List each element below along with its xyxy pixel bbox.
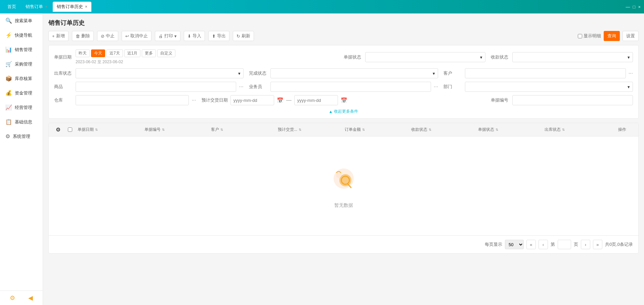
maximize-icon[interactable]: □ [633, 4, 636, 9]
date-btn-5[interactable]: 自定义 [157, 49, 175, 57]
sort-icon-0: ⇅ [95, 128, 98, 131]
th-5[interactable]: 收款状态⇅ [409, 127, 475, 132]
product-input[interactable] [76, 82, 236, 92]
th-3[interactable]: 预计交货...⇅ [275, 127, 342, 132]
th-0[interactable]: 单据日期⇅ [75, 127, 142, 132]
sidebar-item-7[interactable]: 📋基础信息 [0, 115, 43, 129]
th-6[interactable]: 单据状态⇅ [475, 127, 542, 132]
customer-input[interactable] [465, 68, 626, 78]
sidebar-item-1[interactable]: ⚡快捷导航 [0, 28, 43, 42]
complete-select[interactable]: ▾ [270, 68, 438, 78]
salesman-label: 业务员 [249, 84, 268, 90]
query-button[interactable]: 查询 [604, 31, 620, 41]
first-page-btn[interactable]: « [526, 240, 536, 249]
sidebar-item-5[interactable]: 💰资金管理 [0, 86, 43, 100]
table-container: ⚙ 单据日期⇅单据编号⇅客户⇅预计交货...⇅订单金额⇅收款状态⇅单据状态⇅出库… [48, 123, 639, 254]
per-page-select[interactable]: 102050100 [505, 240, 524, 249]
calendar-end-icon[interactable]: 📅 [341, 97, 347, 104]
total-info: 共0页,0条记录 [605, 241, 633, 247]
sidebar-label-2: 销售管理 [15, 47, 32, 53]
sidebar-item-6[interactable]: 📈经营管理 [0, 100, 43, 115]
date-btn-1[interactable]: 今天 [91, 49, 105, 57]
delivery-date-start[interactable] [230, 95, 274, 105]
date-btn-3[interactable]: 近1月 [124, 49, 141, 57]
table-select-all[interactable] [65, 127, 75, 132]
empty-illustration [327, 163, 360, 197]
filter-row-4: 仓库 ··· 预计交货日期 📅 — 📅 单据编号 [54, 95, 633, 105]
receipt-status-filter: 收款状态 ▾ [491, 52, 633, 62]
sidebar-item-2[interactable]: 📊销售管理 [0, 42, 43, 57]
th-label-3: 预计交货... [278, 127, 297, 132]
warehouse-more-icon[interactable]: ··· [191, 97, 196, 103]
tab-2[interactable]: 销售订单历史× [53, 2, 91, 12]
customer-more-icon[interactable]: ··· [629, 70, 633, 76]
th-label-8: 操作 [618, 127, 626, 132]
toolbar-btn-0[interactable]: +新增 [48, 31, 69, 41]
warehouse-label: 仓库 [54, 97, 73, 103]
sidebar-item-8[interactable]: ⚙系统管理 [0, 129, 43, 144]
order-no-input[interactable] [512, 95, 633, 105]
tab-1[interactable]: 销售订单× [22, 2, 51, 12]
warehouse-input[interactable] [76, 95, 189, 105]
sidebar-item-3[interactable]: 🛒采购管理 [0, 57, 43, 71]
salesman-more-icon[interactable]: ··· [434, 84, 438, 90]
toolbar-btn-4[interactable]: 🖨打印▾ [155, 31, 180, 41]
tab-close-1[interactable]: × [45, 4, 47, 9]
collapse-label: 收起更多条件 [334, 109, 358, 114]
display-toggle-checkbox[interactable] [578, 34, 582, 38]
customer-filter: 客户 ··· [443, 68, 633, 78]
sidebar-icon-1: ⚡ [5, 32, 12, 38]
date-btn-0[interactable]: 昨天 [76, 49, 90, 57]
select-all-checkbox[interactable] [68, 127, 72, 132]
filter-row-2: 出库状态 ▾ 完成状态 ▾ 客户 ··· [54, 68, 633, 78]
toolbar-btn-3[interactable]: ↩取消中止 [122, 31, 152, 41]
minimize-icon[interactable]: — [626, 4, 630, 9]
table-settings[interactable]: ⚙ [51, 126, 65, 133]
date-label: 单据日期 [54, 54, 73, 60]
th-1[interactable]: 单据编号⇅ [142, 127, 209, 132]
receipt-status-select[interactable]: ▾ [512, 52, 633, 62]
toolbar-btn-1[interactable]: 🗑删除 [72, 31, 94, 41]
sort-icon-5: ⇅ [429, 128, 431, 131]
toolbar-btn-7[interactable]: ↻刷新 [233, 31, 254, 41]
product-filter: 商品 ··· [54, 82, 244, 92]
sidebar-item-0[interactable]: 🔍搜索菜单 [0, 13, 43, 28]
svg-point-4 [336, 173, 341, 178]
status-select[interactable]: ▾ [365, 52, 486, 62]
tab-close-2[interactable]: × [85, 4, 87, 9]
toolbar-btn-5[interactable]: ⬇导入 [184, 31, 205, 41]
prev-page-btn[interactable]: ‹ [539, 240, 548, 249]
close-window-icon[interactable]: × [638, 4, 641, 9]
delivery-date-end[interactable] [294, 95, 338, 105]
calendar-start-icon[interactable]: 📅 [277, 97, 284, 104]
product-more-icon[interactable]: ··· [239, 84, 243, 90]
sidebar-item-4[interactable]: 📦库存核算 [0, 71, 43, 86]
th-4[interactable]: 订单金额⇅ [342, 127, 409, 132]
date-btn-2[interactable]: 近7天 [106, 49, 123, 57]
department-select[interactable]: ▾ [465, 82, 633, 92]
th-7[interactable]: 出库状态⇅ [542, 127, 609, 132]
tab-0[interactable]: 首页 [3, 2, 20, 12]
toolbar-btn-label-7: 刷新 [242, 33, 250, 39]
salesman-input[interactable] [270, 82, 431, 92]
th-label-7: 出库状态 [545, 127, 561, 132]
collapse-row[interactable]: ▲ 收起更多条件 [54, 109, 633, 114]
page-prefix: 第 [551, 241, 555, 247]
setting-button[interactable]: 设置 [622, 31, 639, 41]
th-2[interactable]: 客户⇅ [208, 127, 275, 132]
page-number-input[interactable]: 1 [558, 240, 571, 249]
toolbar-btn-2[interactable]: ⊘中止 [97, 31, 118, 41]
next-page-btn[interactable]: › [581, 240, 590, 249]
sort-icon-1: ⇅ [162, 128, 165, 131]
toolbar: +新增🗑删除⊘中止↩取消中止🖨打印▾⬇导入⬆导出↻刷新 显示明细 查询 设置 [48, 31, 639, 41]
department-label: 部门 [443, 84, 462, 90]
toolbar-btn-6[interactable]: ⬆导出 [208, 31, 229, 41]
th-label-6: 单据状态 [478, 127, 494, 132]
date-btn-4[interactable]: 更多 [142, 49, 156, 57]
settings-icon[interactable]: ⚙ [10, 294, 15, 302]
sidebar-icon-3: 🛒 [5, 61, 12, 67]
collapse-sidebar-icon[interactable]: ◀ [28, 294, 33, 302]
last-page-btn[interactable]: » [593, 240, 602, 249]
arrow-icon-4: ▾ [174, 34, 177, 39]
outbound-select[interactable]: ▾ [76, 68, 244, 78]
